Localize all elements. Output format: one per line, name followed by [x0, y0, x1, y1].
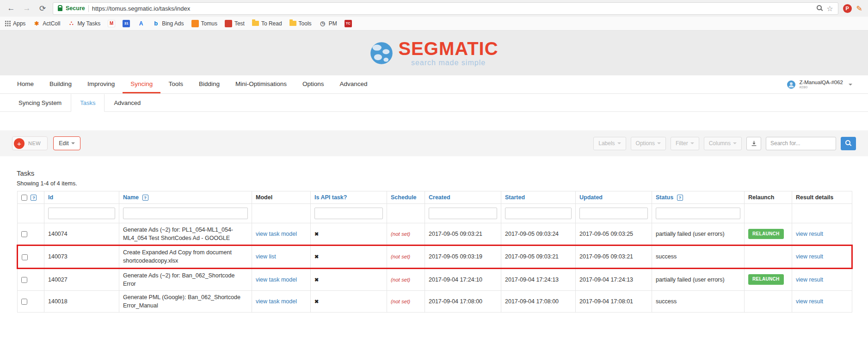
bookmark-test[interactable]: Test [225, 20, 245, 27]
nav-item-options[interactable]: Options [295, 75, 332, 93]
view-result-link[interactable]: view result [796, 298, 823, 305]
task-name: Generate Ads (~2) for: Ban_062_Shortcode… [119, 268, 252, 290]
row-checkbox[interactable] [21, 277, 27, 283]
task-name: Create Expanded Ad Copy from document sh… [119, 246, 252, 268]
address-bar[interactable]: Secure https://tomus.segmatic.io/tasks/i… [53, 2, 838, 15]
view-task-model-link[interactable]: view task model [256, 298, 297, 305]
task-name: Generate PML (Google): Ban_062_Shortcode… [119, 290, 252, 312]
bookmark-label: Bing Ads [162, 20, 184, 27]
labels-dropdown-button[interactable]: Labels [593, 137, 626, 150]
url-text[interactable]: https://tomus.segmatic.io/tasks/index [92, 5, 190, 12]
filter-cell-schedule [387, 204, 425, 223]
select-cell [18, 290, 44, 312]
select-all-checkbox[interactable] [21, 195, 27, 201]
nav-item-building[interactable]: Building [42, 75, 80, 93]
subnav-item-tasks[interactable]: Tasks [71, 94, 105, 112]
filter-status-input[interactable] [656, 208, 740, 219]
bookmark-star-icon[interactable]: ☆ [826, 4, 833, 13]
browser-reload-icon[interactable]: ⟳ [37, 4, 48, 13]
folder-icon [289, 21, 296, 26]
address-divider [88, 5, 89, 12]
new-button[interactable]: + NEW [12, 136, 48, 150]
labels-button-label: Labels [598, 140, 615, 147]
nav-item-syncing[interactable]: Syncing [123, 75, 160, 93]
bookmark-my-tasks[interactable]: My Tasks [68, 20, 100, 27]
sort-created-link[interactable]: Created [429, 194, 450, 201]
status-cell: partially failed (user errors) [652, 268, 745, 290]
relaunch-button[interactable]: RELAUNCH [748, 274, 784, 285]
bookmark-tools[interactable]: Tools [289, 20, 312, 27]
bookmark-bing-ads[interactable]: b Bing Ads [152, 20, 184, 27]
search-input[interactable] [766, 137, 836, 150]
tasks-table: ? Id Name ? Model Is API task? Schedule … [17, 191, 853, 313]
sort-is-api-link[interactable]: Is API task? [314, 194, 347, 201]
nav-item-mini-optimisations[interactable]: Mini-Optimisations [228, 75, 295, 93]
sort-updated-link[interactable]: Updated [579, 194, 603, 201]
bookmark-analytics[interactable]: A [137, 20, 145, 27]
model-cell: view task model [252, 223, 311, 246]
bookmarks-bar: Apps ActColl My Tasks M 31 A b Bing Ads … [0, 17, 868, 31]
filter-started-input[interactable] [505, 208, 572, 219]
subnav-item-syncing-system[interactable]: Syncing System [9, 94, 71, 111]
bookmark-apps[interactable]: Apps [5, 20, 25, 27]
nav-item-home[interactable]: Home [9, 75, 42, 93]
nav-item-tools[interactable]: Tools [160, 75, 191, 93]
user-menu[interactable]: Z-ManualQA-#062 #280 [787, 75, 859, 93]
bookmark-actcoll[interactable]: ActColl [33, 20, 60, 27]
edit-dropdown-button[interactable]: Edit [53, 136, 80, 150]
filter-created-input[interactable] [429, 208, 497, 219]
filter-dropdown-button[interactable]: Filter [671, 137, 699, 150]
view-list-link[interactable]: view list [256, 253, 276, 260]
sort-status-link[interactable]: Status [656, 194, 673, 201]
sort-id-link[interactable]: Id [48, 194, 53, 201]
status-cell: success [652, 246, 745, 268]
browser-forward-icon[interactable]: → [21, 4, 32, 13]
secure-lock-icon [58, 7, 62, 11]
bookmark-tomus[interactable]: Tomus [191, 20, 217, 27]
extension-pencil-icon[interactable]: ✎ [856, 4, 862, 13]
view-result-link[interactable]: view result [796, 276, 823, 283]
bookmark-label: To Read [261, 20, 282, 27]
browser-back-icon[interactable]: ← [6, 4, 17, 13]
nav-item-advanced[interactable]: Advanced [332, 75, 376, 93]
test-icon [225, 20, 232, 27]
subnav-item-advanced[interactable]: Advanced [105, 94, 150, 111]
export-download-button[interactable] [746, 137, 761, 150]
help-icon[interactable]: ? [31, 195, 37, 201]
bookmark-pm[interactable]: PM [319, 20, 337, 27]
sort-schedule-link[interactable]: Schedule [391, 194, 417, 201]
filter-name-input[interactable] [123, 208, 248, 219]
bookmark-gmail[interactable]: M [108, 20, 115, 27]
view-result-link[interactable]: view result [796, 231, 823, 237]
sort-name-link[interactable]: Name [123, 194, 139, 201]
columns-dropdown-button[interactable]: Columns [704, 137, 742, 150]
filter-id-input[interactable] [48, 208, 115, 219]
relaunch-button[interactable]: RELAUNCH [748, 229, 784, 239]
bookmark-calendar[interactable]: 31 [123, 20, 130, 27]
help-icon[interactable]: ? [142, 195, 148, 201]
row-checkbox[interactable] [21, 231, 27, 237]
search-button[interactable] [841, 137, 856, 150]
zoom-icon[interactable] [817, 5, 823, 12]
started-cell: 2017-09-05 09:03:24 [501, 223, 576, 246]
filter-is-api-input[interactable] [314, 208, 383, 219]
row-checkbox[interactable] [21, 299, 27, 305]
view-task-model-link[interactable]: view task model [256, 276, 297, 283]
bookmark-tc[interactable]: TC [345, 20, 352, 27]
bookmark-label: PM [329, 20, 337, 27]
updated-cell: 2017-09-04 17:24:13 [576, 268, 652, 290]
segmatic-logo[interactable]: SEGMATIC search made simple [369, 39, 498, 67]
options-dropdown-button[interactable]: Options [631, 137, 666, 150]
sort-started-link[interactable]: Started [505, 194, 525, 201]
extension-p-icon[interactable]: P [843, 4, 852, 13]
chevron-down-icon [849, 84, 852, 86]
help-icon[interactable]: ? [677, 195, 683, 201]
view-task-model-link[interactable]: view task model [256, 231, 297, 237]
nav-item-improving[interactable]: Improving [80, 75, 123, 93]
row-checkbox[interactable] [22, 254, 28, 260]
nav-item-bidding[interactable]: Bidding [191, 75, 228, 93]
bookmark-to-read[interactable]: To Read [252, 20, 282, 27]
filter-updated-input[interactable] [579, 208, 648, 219]
result-cell: view result [792, 223, 852, 246]
view-result-link[interactable]: view result [796, 253, 823, 260]
